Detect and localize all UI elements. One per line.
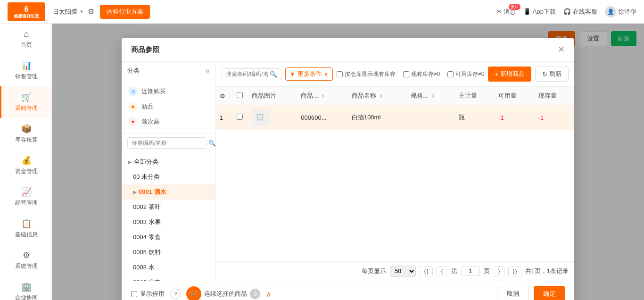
cart-badge: 🛒 连续选择的商品 0 [186, 286, 260, 300]
category-search-icon[interactable]: 🔍 [208, 140, 216, 147]
refresh-btn[interactable]: ↻ 刷新 [535, 67, 569, 82]
th-unit: 主计量 [455, 87, 495, 105]
sidebar-item-sales[interactable]: 📊 销售管理 [0, 55, 51, 86]
product-search-input[interactable] [226, 71, 268, 77]
sidebar-item-purchase[interactable]: 🛒 采购管理 [0, 86, 51, 118]
td-spec [407, 105, 455, 130]
trial-industry-btn[interactable]: 体验行业方案 [100, 5, 150, 19]
filter-label: 更多条件 [297, 70, 322, 78]
sidebar-item-purchase-label: 采购管理 [15, 104, 38, 112]
check-nonzero-available[interactable]: 可用库存≠0 [447, 70, 484, 78]
user-name: 徐泽华 [618, 8, 636, 16]
sidebar-item-home-label: 首页 [21, 41, 32, 49]
basic-info-icon: 📋 [21, 218, 32, 229]
last-page-btn[interactable]: ⟩⟩ [508, 267, 521, 276]
shortcut-recent[interactable]: ⊙ 近期购买 [122, 84, 215, 99]
sidebar-item-basic[interactable]: 📋 基础信息 [0, 213, 51, 244]
cat-beverage-label: 0005 饮料 [133, 248, 161, 257]
logo: 6 畅捷通好生意 [8, 2, 45, 21]
td-unit: 瓶 [455, 105, 495, 130]
cat-item-appliance[interactable]: 0010 家电 [122, 275, 215, 281]
check-nonzero-stock[interactable]: 现有库存≠0 [403, 70, 440, 78]
dialog-body: 分类 « ⊙ 近期购买 ★ 新品 [122, 62, 574, 281]
message-badge: 99+ [509, 4, 520, 10]
service-label: 在线客服 [573, 8, 597, 16]
confirm-button[interactable]: 确定 [534, 286, 565, 300]
th-stock: 现存量 [535, 87, 574, 105]
online-service-item[interactable]: 🎧 在线客服 [563, 8, 597, 16]
logo-text: 畅捷通好生意 [14, 14, 39, 19]
cat-item-unclassified[interactable]: 00 未分类 [122, 169, 215, 184]
system-icon: ⚙ [23, 250, 30, 260]
td-checkbox[interactable] [233, 105, 248, 130]
purchase-icon: 🛒 [21, 92, 32, 102]
shortcuts-section: ⊙ 近期购买 ★ 新品 ♥ 频次高 [122, 80, 215, 133]
shortcut-freq[interactable]: ♥ 频次高 [122, 114, 215, 129]
user-item[interactable]: 👤 徐泽华 [605, 6, 636, 17]
row-checkbox[interactable] [237, 114, 243, 120]
next-page-btn[interactable]: ⟩ [494, 267, 504, 276]
collapse-footer-icon[interactable]: ∧ [266, 290, 272, 299]
recent-icon: ⊙ [128, 87, 138, 96]
cat-item-tea[interactable]: 0002 茶叶 [122, 200, 215, 215]
add-product-btn[interactable]: + 新增商品 [488, 67, 531, 82]
product-search-box[interactable]: 🔍 [222, 68, 281, 80]
check-warehouse-stock-input[interactable] [337, 71, 343, 77]
shortcut-new[interactable]: ★ 新品 [122, 99, 215, 114]
cat-item-snack[interactable]: 0004 零食 [122, 230, 215, 245]
navbar: 6 畅捷通好生意 日太阳膜 ▼ ⚙ 体验行业方案 ✉ 消息 99+ 📱 App下… [0, 0, 644, 24]
finance-icon: 💰 [21, 155, 32, 166]
cat-snack-label: 0004 零食 [133, 233, 161, 242]
table-row[interactable]: 1 🖼 000600... 白酒100ml [216, 105, 574, 130]
sidebar-item-home[interactable]: ⌂ 首页 [0, 24, 51, 55]
th-settings[interactable]: ⚙ [216, 87, 233, 105]
more-filters-btn[interactable]: ▼ 更多条件 ∧ [285, 67, 333, 81]
show-disabled-label: 显示停用 [140, 290, 165, 298]
help-icon[interactable]: ? [170, 289, 181, 299]
cat-item-fruit[interactable]: 0003 水果 [122, 215, 215, 230]
cancel-button[interactable]: 取消 [497, 286, 529, 300]
dialog-close-button[interactable]: ✕ [558, 44, 565, 55]
th-spec[interactable]: 规格... ⇅ [407, 87, 455, 105]
show-disabled-checkbox[interactable]: 显示停用 [131, 290, 165, 298]
cat-all[interactable]: ▶ 全部分类 [122, 154, 215, 169]
check-nonzero-available-input[interactable] [447, 71, 454, 77]
td-stock: -1 [535, 105, 574, 130]
th-code[interactable]: 商品... ⇅ [297, 87, 348, 105]
check-nonzero-stock-input[interactable] [403, 71, 409, 77]
product-search-icon[interactable]: 🔍 [270, 71, 277, 78]
th-checkbox[interactable] [233, 87, 248, 105]
sidebar-item-enterprise[interactable]: 🏢 企业协同 [0, 276, 51, 300]
sidebar-item-inventory[interactable]: 📦 库存核算 [0, 118, 51, 150]
page-size-label: 每页显示 [362, 267, 386, 275]
toolbar: 🔍 ▼ 更多条件 ∧ 按仓库显示现有库存 [216, 62, 574, 87]
th-name[interactable]: 商品名称 ⇅ [348, 87, 407, 105]
page-size-select[interactable]: 50 20 100 [390, 266, 416, 277]
cat-item-beverage[interactable]: 0005 饮料 [122, 245, 215, 260]
store-selector[interactable]: 日太阳膜 ▼ [53, 8, 84, 16]
home-icon: ⌂ [24, 29, 29, 39]
category-search-input[interactable] [127, 137, 206, 149]
sidebar-item-operation[interactable]: 📈 经营管理 [0, 181, 51, 213]
check-warehouse-stock[interactable]: 按仓库显示现有库存 [337, 70, 396, 78]
td-available: -1 [495, 105, 534, 130]
app-download-item[interactable]: 📱 App下载 [523, 8, 556, 16]
first-page-btn[interactable]: ⟨⟨ [420, 267, 433, 276]
message-item[interactable]: ✉ 消息 99+ [496, 8, 516, 16]
cat-item-water[interactable]: 0008 水 [122, 260, 215, 275]
cart-icon[interactable]: 🛒 [186, 286, 201, 300]
settings-icon[interactable]: ⚙ [88, 7, 94, 16]
check-warehouse-stock-label: 按仓库显示现有库存 [345, 70, 396, 78]
filter-checkboxes: 按仓库显示现有库存 现有库存≠0 可用库存≠0 [337, 70, 485, 78]
prev-page-btn[interactable]: ⟨ [437, 267, 447, 276]
dialog-overlay: 商品参照 ✕ 分类 « ⊙ 近期购买 [52, 24, 644, 300]
select-all-checkbox[interactable] [237, 92, 243, 98]
show-disabled-input[interactable] [131, 291, 137, 297]
sidebar-item-system[interactable]: ⚙ 系统管理 [0, 244, 51, 276]
cat-item-liquor[interactable]: ▶ 0001 酒水 [122, 184, 215, 200]
product-table-container: ⚙ 商品图片 商品... ⇅ 商品名称 [216, 87, 574, 261]
page-number-input[interactable] [461, 267, 480, 276]
collapse-left-icon[interactable]: « [206, 67, 210, 75]
sidebar-item-finance[interactable]: 💰 资金管理 [0, 150, 51, 181]
phone-icon: 📱 [523, 8, 531, 15]
